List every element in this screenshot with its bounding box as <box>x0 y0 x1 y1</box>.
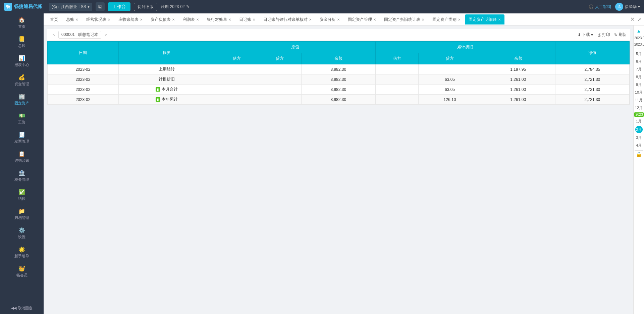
tab-close-icon[interactable]: ✕ <box>337 18 340 21</box>
logo-icon: 畅 <box>4 3 12 11</box>
month-2-active[interactable]: 2月 <box>635 126 643 133</box>
tab-close-icon[interactable]: ✕ <box>498 18 501 21</box>
table-row[interactable]: 2023-02 上期结转 3,982.30 1,197.95 2,784.35 <box>48 64 630 74</box>
sidebar-item-fund[interactable]: 💰 资金管理 <box>0 71 44 90</box>
maximize-icon[interactable]: ⤢ <box>637 17 641 22</box>
tab-balance[interactable]: 资产负债表 ✕ <box>147 14 178 24</box>
tab-profit[interactable]: 利润表 ✕ <box>179 14 203 24</box>
unpin-button[interactable]: ◀◀ 取消固定 <box>0 302 44 314</box>
period-2023-02-top[interactable]: 2023.02 <box>634 35 644 41</box>
table-row[interactable]: 2023-02 计提折旧 3,982.30 63.05 1,261.00 2,7… <box>48 74 630 85</box>
pin-icon: ◀◀ <box>11 306 16 310</box>
sidebar-item-settings[interactable]: ⚙️ 设置 <box>0 224 44 243</box>
th-orig-balance: 余额 <box>301 53 375 64</box>
tab-journal[interactable]: 日记账 ✕ <box>235 14 259 24</box>
sidebar-item-invoice[interactable]: 🧾 发票管理 <box>0 128 44 147</box>
workspace-button[interactable]: 工作台 <box>108 2 130 11</box>
sidebar-item-fixed-asset[interactable]: 🏢 固定资产 <box>0 90 44 109</box>
month-12[interactable]: 12月 <box>634 104 644 112</box>
book-icon: 📒 <box>18 36 25 42</box>
logo: 畅 畅捷通易代账 <box>4 3 42 11</box>
sidebar-item-salary[interactable]: 💵 工资 <box>0 109 44 128</box>
content-wrapper: ＜ 000001 联想笔记本 ＞ ⬇ 下载 <box>44 25 644 314</box>
download-button[interactable]: ⬇ 下载 ▾ <box>578 32 593 38</box>
edit-period-icon[interactable]: ✎ <box>186 4 190 9</box>
tab-status[interactable]: 经营状况表 ✕ <box>83 14 114 24</box>
tab-bank-statement[interactable]: 银行对账单 ✕ <box>203 14 235 24</box>
tab-close-icon[interactable]: ✕ <box>228 18 231 21</box>
table-row[interactable]: 2023-02 ▮本年累计 3,982.30 126.10 1,261.00 2… <box>48 95 630 105</box>
tab-receivable[interactable]: 应收账龄表 ✕ <box>115 14 146 24</box>
sidebar-item-label: 进销台账 <box>14 158 29 163</box>
sidebar-item-closing[interactable]: ✅ 结账 <box>0 186 44 205</box>
prev-arrow[interactable]: ＜ <box>50 31 57 38</box>
th-summary: 摘要 <box>118 42 215 64</box>
sidebar-item-member[interactable]: 👑 畅会员 <box>0 262 44 281</box>
tab-close-icon[interactable]: ✕ <box>108 18 110 21</box>
tab-close-icon[interactable]: ✕ <box>75 18 78 21</box>
tab-close-icon[interactable]: ✕ <box>422 18 424 21</box>
sidebar-item-tax[interactable]: 🏦 税务管理 <box>0 166 44 186</box>
tab-close-icon[interactable]: ✕ <box>253 18 255 21</box>
sidebar-item-home[interactable]: 🏠 首页 <box>0 13 44 33</box>
month-11[interactable]: 11月 <box>634 96 644 104</box>
close-tabs-icon[interactable]: ✕ <box>630 16 635 22</box>
user-info[interactable]: 徐 徐泽华 ▾ <box>615 3 640 11</box>
month-7[interactable]: 7月 <box>634 65 644 73</box>
tax-icon: 🏦 <box>18 170 25 176</box>
copy-button[interactable]: ⧉ <box>96 2 105 11</box>
company-selector[interactable]: (劲）江西服业-LSS ▾ <box>49 3 92 11</box>
service-button[interactable]: 🎧 人工客询 <box>589 4 611 10</box>
scroll-up-arrow[interactable]: ▲ <box>635 27 643 35</box>
cell-orig-credit <box>258 85 301 95</box>
tab-fa-dep-stat[interactable]: 固定资产折旧统计表 ✕ <box>380 14 428 24</box>
print-button[interactable]: 🖨 打印 <box>597 32 610 38</box>
cell-orig-debit <box>215 64 258 74</box>
switch-version-button[interactable]: 切到旧版 <box>134 3 157 11</box>
refresh-button[interactable]: ↻ 刷新 <box>614 32 627 38</box>
cell-orig-credit <box>258 95 301 105</box>
cell-orig-balance: 3,982.30 <box>301 64 375 74</box>
tab-fund-analysis[interactable]: 资金分析 ✕ <box>316 14 343 24</box>
tab-close-icon[interactable]: ✕ <box>172 18 175 21</box>
period-2023-02-2[interactable]: 2023.02 <box>634 41 644 48</box>
sidebar-item-label: 工资 <box>18 120 25 125</box>
chevron-down-icon: ▾ <box>591 33 593 37</box>
sidebar-item-guide[interactable]: 🌟 新手引导 <box>0 243 44 262</box>
table-row[interactable]: 2023-02 ▮本月合计 3,982.30 63.05 1,261.00 2,… <box>48 85 630 95</box>
download-label: 下载 <box>582 32 590 38</box>
tab-close-icon[interactable]: ✕ <box>140 18 143 21</box>
tab-fa-category[interactable]: 固定资产类别 ✕ <box>429 14 464 24</box>
tab-home[interactable]: 首页 <box>46 14 62 24</box>
tab-close-icon[interactable]: ✕ <box>373 18 376 21</box>
next-arrow[interactable]: ＞ <box>103 31 109 38</box>
tab-bank-verify[interactable]: 日记账与银行对账单核对 ✕ <box>260 14 315 24</box>
tab-close-icon[interactable]: ✕ <box>196 18 199 21</box>
month-6[interactable]: 6月 <box>634 58 644 65</box>
cell-date: 2023-02 <box>48 74 119 85</box>
breadcrumb: ＜ 000001 联想笔记本 ＞ <box>50 31 109 39</box>
month-1[interactable]: 1月 <box>634 117 644 125</box>
breadcrumb-item[interactable]: 000001 联想笔记本 <box>58 31 101 39</box>
lock-icon[interactable]: 🔒 <box>636 152 642 157</box>
tab-fa-mgmt[interactable]: 固定资产管理 ✕ <box>344 14 380 24</box>
tab-fa-detail[interactable]: 固定资产明细账 ✕ <box>465 14 504 24</box>
cell-summary: ▮本月合计 <box>118 85 215 95</box>
sidebar-item-archive[interactable]: 📁 归档管理 <box>0 205 44 224</box>
month-9[interactable]: 9月 <box>634 81 644 89</box>
month-4[interactable]: 4月 <box>634 142 644 149</box>
month-8[interactable]: 8月 <box>634 73 644 81</box>
sidebar-item-sales[interactable]: 📋 进销台账 <box>0 147 44 166</box>
month-5[interactable]: 5月 <box>634 50 644 58</box>
sidebar-item-report[interactable]: 📊 报表中心 <box>0 52 44 71</box>
month-10[interactable]: 10月 <box>634 89 644 96</box>
chevron-down-icon: ▾ <box>88 4 90 9</box>
sidebar-item-ledger[interactable]: 📒 总账 <box>0 33 44 52</box>
tab-close-icon[interactable]: ✕ <box>309 18 312 21</box>
tab-close-icon[interactable]: ✕ <box>458 18 461 21</box>
tab-label: 日记账 <box>239 17 251 22</box>
breadcrumb-actions: ⬇ 下载 ▾ 🖨 打印 ↻ 刷新 <box>578 32 627 38</box>
tab-ledger[interactable]: 总账 ✕ <box>62 14 82 24</box>
month-3[interactable]: 3月 <box>634 134 644 142</box>
cell-dep-credit: 63.05 <box>419 85 481 95</box>
